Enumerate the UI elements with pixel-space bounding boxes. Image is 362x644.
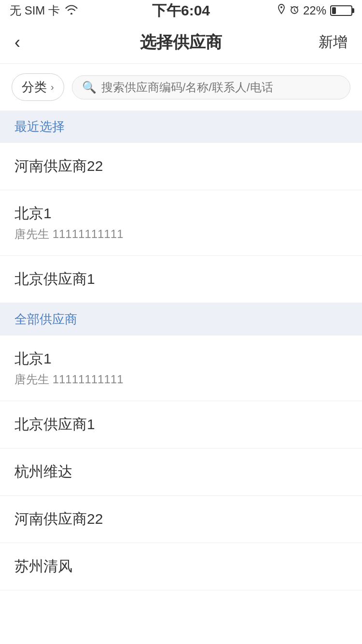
all-list: 北京1 唐先生 11111111111 北京供应商1杭州维达河南供应商22苏州清… (0, 336, 362, 590)
list-item[interactable]: 北京供应商1 (0, 401, 362, 448)
list-item[interactable]: 北京1 唐先生 11111111111 (0, 190, 362, 256)
battery-percent: 22% (303, 4, 326, 17)
item-name: 北京供应商1 (14, 269, 348, 289)
recent-list: 河南供应商22 北京1 唐先生 11111111111 北京供应商1 (0, 143, 362, 303)
location-icon (277, 4, 286, 17)
item-name: 河南供应商22 (14, 156, 348, 176)
list-item[interactable]: 河南供应商22 (0, 496, 362, 543)
chevron-right-icon: › (51, 82, 54, 93)
alarm-icon (290, 4, 299, 17)
item-sub: 唐先生 11111111111 (14, 372, 348, 387)
recent-section-label: 最近选择 (14, 119, 65, 134)
list-item[interactable]: 杭州维达 (0, 448, 362, 496)
search-box: 🔍 (72, 75, 350, 99)
svg-point-0 (280, 6, 282, 8)
back-button[interactable]: ‹ (14, 32, 43, 53)
search-input[interactable] (101, 81, 340, 94)
all-section-label: 全部供应商 (14, 312, 77, 326)
carrier-text: 无 SIM 卡 (10, 3, 60, 18)
item-name: 苏州清风 (14, 557, 348, 576)
nav-bar: ‹ 选择供应商 新增 (0, 21, 362, 64)
category-label: 分类 (22, 79, 47, 96)
item-name: 北京1 (14, 204, 348, 224)
item-name: 河南供应商22 (14, 509, 348, 529)
filter-bar: 分类 › 🔍 (0, 64, 362, 111)
page-title: 选择供应商 (140, 31, 222, 54)
status-left: 无 SIM 卡 (10, 3, 78, 18)
status-bar: 无 SIM 卡 下午6:04 22% (0, 0, 362, 21)
item-sub: 唐先生 11111111111 (14, 226, 348, 242)
item-name: 北京1 (14, 349, 348, 369)
wifi-icon (65, 4, 78, 17)
list-item[interactable]: 河南供应商22 (0, 143, 362, 190)
recent-section-header: 最近选择 (0, 111, 362, 143)
all-section-header: 全部供应商 (0, 303, 362, 336)
item-name: 北京供应商1 (14, 415, 348, 434)
item-name: 杭州维达 (14, 462, 348, 482)
list-item[interactable]: 北京供应商1 (0, 256, 362, 303)
category-button[interactable]: 分类 › (12, 73, 64, 101)
status-time: 下午6:04 (152, 1, 210, 21)
battery-icon (330, 5, 352, 16)
add-button[interactable]: 新增 (319, 32, 348, 52)
search-icon: 🔍 (82, 81, 97, 94)
list-item[interactable]: 北京1 唐先生 11111111111 (0, 336, 362, 401)
list-item[interactable]: 苏州清风 (0, 543, 362, 590)
status-right: 22% (277, 4, 352, 17)
